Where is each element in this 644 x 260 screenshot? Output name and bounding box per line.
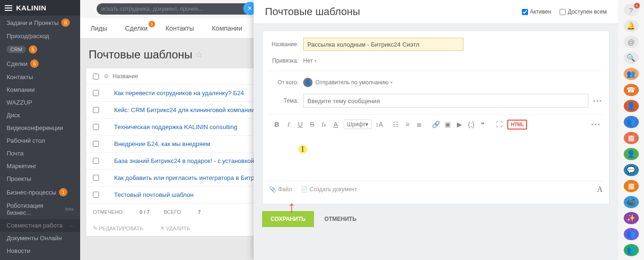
rail-search-icon[interactable]: 🔍 [624,52,639,64]
ordered-list-icon[interactable]: ☷ [390,119,401,130]
template-link[interactable]: Как перевести сотрудников на удаленку? Б… [114,89,244,97]
rail-bell-icon[interactable]: 🔔 [624,20,639,32]
bold-icon[interactable]: B [271,119,282,130]
cancel-button[interactable]: ОТМЕНИТЬ [319,211,362,227]
from-label: От кого: [269,79,303,86]
fullscreen-icon[interactable]: ⛶ [494,119,505,130]
sidebar-item[interactable]: Компании [0,83,80,96]
template-link[interactable]: Техническая поддержка KALININ consulting [114,123,237,130]
hamburger-icon[interactable] [5,5,12,11]
sidebar-item[interactable]: Проекты [0,172,80,185]
sidebar-item[interactable]: Видеоконференции [0,122,80,134]
row-checkbox[interactable] [93,107,99,113]
form-box: Название: Привязка: Нет От кого: 👤 Отпра… [262,31,610,204]
rail-contact-11-icon[interactable]: 👥 [624,228,639,240]
rail-at-icon[interactable]: @ [624,36,639,48]
sidebar-item[interactable]: Совместная работа︿ [0,219,80,232]
sidebar-item[interactable]: Маркетинг [0,160,80,172]
sidebar-item[interactable]: Сделки5 [0,57,80,71]
sidebar-item[interactable]: Почта [0,147,80,160]
font-size-icon[interactable]: ↕A [373,119,385,130]
active-checkbox[interactable]: Активен [522,8,551,15]
sidebar-item[interactable]: Контакты [0,71,80,83]
crm-tab[interactable]: Контакты [164,19,196,38]
rail-contact-4-icon[interactable]: 👥 [624,116,639,128]
create-doc-button[interactable]: 📄Создать документ [301,186,357,193]
editor-content-area[interactable]: I [269,134,603,181]
available-all-checkbox[interactable]: Доступен всем [560,8,607,15]
sidebar-item[interactable]: Роботизация бизнес...beta [0,199,80,219]
row-checkbox[interactable] [93,90,99,96]
rail-contact-1-icon[interactable]: 👥 [624,68,639,80]
html-source-button[interactable]: HTML [507,120,527,130]
rail-contact-7-icon[interactable]: 💬 [624,164,639,176]
panel-body: Название: Привязка: Нет От кого: 👤 Отпра… [254,24,618,240]
template-link[interactable]: Кейс: CRM Битрикс24 для клининговой комп… [114,106,255,114]
subject-input[interactable] [303,94,588,108]
favorite-star-icon[interactable]: ☆ [195,49,203,60]
subject-more-icon[interactable]: ••• [593,98,603,105]
clear-format-icon[interactable]: Ix [318,119,330,130]
code-icon[interactable]: {;} [465,119,477,130]
sidebar-item[interactable]: Бизнес-процессы1 [0,185,80,199]
sidebar-item[interactable]: Рабочий стол [0,134,80,147]
crm-tab[interactable]: Сделки5 [123,19,149,38]
crm-tab[interactable]: Лиды [89,19,109,38]
checked-label: ОТМЕЧЕНО: [93,209,124,215]
link-icon[interactable]: 🔗 [430,119,441,130]
rail-contact-3-icon[interactable]: 👤 [624,100,639,112]
template-name-input[interactable] [303,38,463,51]
unordered-list-icon[interactable]: ≡ [402,119,413,130]
font-select[interactable]: Шрифт ▾ [344,120,372,129]
rail-contact-6-icon[interactable]: 👤 [624,148,639,160]
rail-contact-9-icon[interactable]: 📹 [624,196,639,208]
strike-icon[interactable]: S [306,119,318,130]
sidebar-item[interactable]: Приложения﹀ [0,257,80,260]
align-icon[interactable]: ≣ [413,119,425,130]
rail-help-icon[interactable]: ?5 [624,4,639,16]
crm-tab[interactable]: Компании [210,19,244,38]
image-icon[interactable]: ▣ [442,119,453,130]
search-placeholder: искать сотрудника, документ, прочее... [101,6,203,12]
sidebar-item[interactable]: WAZZUP [0,96,80,109]
total-label: ВСЕГО: [164,209,182,215]
sidebar-item[interactable]: Новости [0,244,80,257]
sidebar-item[interactable]: Документы Онлайн [0,232,80,244]
gear-icon[interactable]: ⚙ [104,73,109,80]
sidebar-item[interactable]: Задачи и Проекты8 [0,16,80,30]
attach-file-button[interactable]: 📎Файл [269,186,292,193]
page-title: Почтовые шаблоны [89,48,192,61]
panel-title: Почтовые шаблоны [265,6,360,18]
edit-action[interactable]: ✎РЕДАКТИРОВАТЬ [93,225,152,231]
underline-icon[interactable]: U [295,119,306,130]
sidebar-item[interactable]: Приход/расход [0,30,80,42]
row-checkbox[interactable] [93,158,99,164]
italic-icon[interactable]: I [283,119,294,130]
delete-action[interactable]: ✕УДАЛИТЬ [160,225,199,231]
select-all-checkbox[interactable] [93,73,99,80]
global-search[interactable]: искать сотрудника, документ, прочее... [97,3,252,15]
bind-dropdown[interactable]: Нет [303,57,317,64]
rail-contact-5-icon[interactable]: ▦ [624,132,639,144]
logo-text: KALININ [16,4,46,12]
toolbar-more-icon[interactable]: ••• [591,121,601,128]
rail-contact-12-icon[interactable]: 👥 [624,244,639,256]
font-toggle-icon[interactable]: A [597,185,603,194]
row-checkbox[interactable] [93,175,99,181]
row-checkbox[interactable] [93,141,99,147]
template-link[interactable]: Тестовый почтовый шаблон [114,191,194,198]
rail-contact-10-icon[interactable]: ✨ [624,212,639,224]
sidebar-item[interactable]: Диск [0,109,80,122]
template-link[interactable]: Внедрение Б24, как мы внедряем [114,140,210,147]
rail-contact-2-icon[interactable]: ☎ [624,84,639,96]
video-icon[interactable]: ▶ [454,119,465,130]
sidebar-item-crm[interactable]: CRM5 [0,42,80,57]
panel-header: Почтовые шаблоны Активен Доступен всем [254,0,618,24]
text-color-icon[interactable]: A [330,119,341,130]
row-checkbox[interactable] [93,192,99,198]
template-link[interactable]: Как добавить или пригласить интегратора … [114,174,270,181]
row-checkbox[interactable] [93,124,99,130]
from-dropdown[interactable]: Отправитель по умолчанию [315,79,393,86]
quote-icon[interactable]: ❝ [477,119,488,130]
rail-contact-8-icon[interactable]: ▦ [624,180,639,192]
